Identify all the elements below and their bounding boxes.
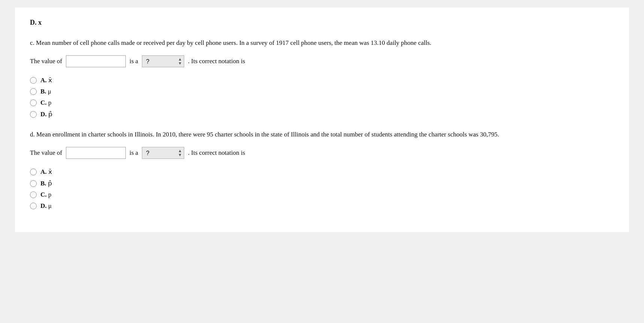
section-d-radio-c[interactable] [30, 191, 37, 198]
page-content: D. x c. Mean number of cell phone calls … [15, 7, 629, 232]
section-c-value-input[interactable] [66, 55, 126, 67]
section-d-option-b: B. p̂ [30, 179, 614, 187]
section-c-is-a-label: is a [130, 58, 138, 65]
section-c-option-c: C. p [30, 99, 614, 107]
section-c-options: A. x̄ B. μ C. p D. p̂ [30, 76, 614, 118]
section-c-notation-label: . Its correct notation is [188, 58, 245, 65]
section-d-option-b-label: B. p̂ [40, 179, 52, 187]
section-c-radio-c[interactable] [30, 99, 37, 106]
section-d-radio-d[interactable] [30, 203, 37, 209]
section-d-notation-label: . Its correct notation is [188, 149, 245, 157]
section-c-text: c. Mean number of cell phone calls made … [30, 38, 614, 48]
section-c-option-a: A. x̄ [30, 76, 614, 84]
section-d-dropdown[interactable]: ? statistic parameter [142, 147, 184, 159]
section-d-value-of-label: The value of [30, 149, 62, 157]
section-c-option-d-label: D. p̂ [40, 110, 52, 118]
top-partial-label: D. x [30, 19, 614, 27]
section-c: c. Mean number of cell phone calls made … [30, 38, 614, 118]
section-c-row: The value of is a ? statistic parameter … [30, 55, 614, 67]
section-d-option-a-label: A. x̄ [40, 168, 52, 176]
section-c-option-b-label: B. μ [40, 88, 51, 95]
section-d-text: d. Mean enrollment in charter schools in… [30, 129, 614, 139]
section-d-value-input[interactable] [66, 147, 126, 159]
section-c-dropdown-wrapper: ? statistic parameter ▲ ▼ [142, 55, 184, 67]
section-c-radio-d[interactable] [30, 111, 37, 118]
section-c-option-a-label: A. x̄ [40, 76, 52, 84]
section-d: d. Mean enrollment in charter schools in… [30, 129, 614, 210]
section-d-radio-a[interactable] [30, 169, 37, 175]
section-d-row: The value of is a ? statistic parameter … [30, 147, 614, 159]
section-d-radio-b[interactable] [30, 180, 37, 187]
section-c-option-c-label: C. p [40, 99, 51, 107]
section-d-options: A. x̄ B. p̂ C. p D. μ [30, 168, 614, 210]
section-c-option-b: B. μ [30, 88, 614, 95]
section-c-radio-a[interactable] [30, 77, 37, 84]
top-partial-section: D. x [30, 19, 614, 27]
section-d-option-d-label: D. μ [40, 202, 52, 210]
section-c-value-of-label: The value of [30, 58, 62, 65]
section-c-option-d: D. p̂ [30, 110, 614, 118]
section-d-option-d: D. μ [30, 202, 614, 210]
section-d-option-a: A. x̄ [30, 168, 614, 176]
section-c-radio-b[interactable] [30, 88, 37, 95]
section-d-is-a-label: is a [130, 149, 138, 157]
section-d-dropdown-wrapper: ? statistic parameter ▲ ▼ [142, 147, 184, 159]
section-c-dropdown[interactable]: ? statistic parameter [142, 55, 184, 67]
section-d-option-c-label: C. p [40, 191, 51, 199]
section-d-option-c: C. p [30, 191, 614, 199]
